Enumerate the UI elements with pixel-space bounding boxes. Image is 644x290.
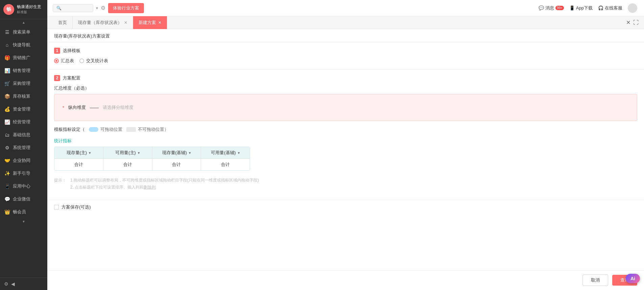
stats-cell-1: 合计	[54, 159, 103, 170]
sidebar-item-membership[interactable]: 👑 畅会员	[0, 206, 47, 218]
tab-home-label: 首页	[58, 20, 67, 26]
cross-label: 交叉统计表	[86, 58, 108, 64]
trial-button[interactable]: 体验行业方案	[108, 3, 144, 13]
dimension-box[interactable]: * 纵向维度 —— 请选择分组维度	[54, 94, 637, 121]
online-service-button[interactable]: 🎧 在线客服	[598, 5, 622, 11]
user-menu[interactable]	[628, 3, 639, 13]
stats-col-4-header[interactable]: 可用量(基辅) ▾	[201, 147, 250, 159]
sidebar-item-label: 快捷导航	[13, 42, 30, 48]
tab-inventory-label: 现存量（库存状况表）	[78, 20, 122, 26]
sidebar-item-marketing[interactable]: 🎁 营销推广	[0, 51, 47, 64]
sales-icon: 📊	[4, 68, 10, 74]
sidebar-item-business[interactable]: 📈 经营管理	[0, 116, 47, 128]
business-icon: 📈	[4, 119, 10, 125]
tab-new-plan-close[interactable]: ✕	[158, 20, 162, 25]
topbar-chevron-icon[interactable]: ▾	[96, 6, 98, 10]
sidebar-item-label: 企业微信	[13, 196, 30, 202]
tab-new-plan-label: 新建方案	[139, 20, 156, 26]
vertical-dimension-label: 纵向维度	[68, 104, 86, 111]
tab-bar-right: ✕ ⛶	[626, 19, 639, 26]
summary-radio[interactable]	[54, 58, 59, 63]
sidebar-item-quick-nav[interactable]: ⌂ 快捷导航	[0, 39, 47, 51]
sidebar-item-label: 基础信息	[13, 132, 30, 138]
stats-data-row: 合计 合计 合计 合计	[54, 159, 250, 170]
sidebar-item-sales[interactable]: 📊 销售管理	[0, 64, 47, 77]
stats-header-row: 现存量(主) ▾ 可用量(主) ▾ 现存量(基辅) ▾	[54, 147, 250, 159]
stats-cell-2: 合计	[103, 159, 152, 170]
stats-col-4-label: 可用量(基辅)	[211, 150, 236, 156]
message-badge: 99+	[555, 6, 564, 10]
app-download-label: App下载	[576, 5, 593, 11]
stats-col-3-chevron[interactable]: ▾	[189, 151, 191, 155]
sidebar-item-search-menu[interactable]: ☰ 搜索菜单	[0, 26, 47, 39]
stats-cell-4: 合计	[201, 159, 250, 170]
sidebar-item-label: 企业协同	[13, 158, 30, 164]
stats-col-2-chevron[interactable]: ▾	[138, 151, 140, 155]
stats-col-4-chevron[interactable]: ▾	[238, 151, 240, 155]
message-icon: 💬	[539, 5, 544, 10]
cross-radio[interactable]	[79, 58, 84, 63]
app-download-button[interactable]: 📱 App下载	[569, 5, 593, 11]
sidebar-item-system[interactable]: ⚙ 系统管理	[0, 141, 47, 154]
stats-col-2-header[interactable]: 可用量(主) ▾	[103, 147, 152, 159]
content-area: 现存量(库存状况表)方案设置 1 选择模板 汇总表 交叉统计表 2	[47, 29, 644, 270]
topbar-gear-icon[interactable]: ⚙	[101, 5, 105, 11]
tab-bar-expand-button[interactable]: ⛶	[633, 20, 639, 26]
sidebar-item-label: 畅会员	[13, 209, 26, 215]
drag-color-swatch	[89, 127, 98, 132]
tab-home[interactable]: 首页	[53, 16, 73, 29]
stats-col-3-label: 现存量(基辅)	[162, 150, 187, 156]
sidebar-item-new-guide[interactable]: ✨ 新手引导	[0, 167, 47, 180]
save-checkbox[interactable]	[54, 205, 59, 210]
system-icon: ⚙	[4, 145, 10, 151]
sidebar-item-app-center[interactable]: 📱 应用中心	[0, 180, 47, 193]
summary-label: 汇总表	[61, 58, 74, 64]
service-label: 在线客服	[605, 5, 622, 11]
collapse-icon[interactable]: ◀	[11, 281, 15, 287]
step1-badge: 1	[54, 48, 60, 54]
stats-col-3-header[interactable]: 现存量(基辅) ▾	[152, 147, 201, 159]
template-summary-option[interactable]: 汇总表	[54, 58, 74, 64]
quick-nav-icon: ⌂	[4, 42, 10, 48]
message-button[interactable]: 💬 消息 99+	[539, 5, 564, 11]
sidebar-scroll-down[interactable]: ▼	[0, 218, 47, 225]
sidebar-item-inventory[interactable]: 📦 库存核算	[0, 90, 47, 103]
sidebar-item-basic-info[interactable]: 🗂 基础信息	[0, 128, 47, 141]
required-star: *	[63, 105, 64, 110]
tab-new-plan[interactable]: 新建方案 ✕	[133, 16, 167, 29]
sidebar-item-purchase[interactable]: 🛒 采购管理	[0, 77, 47, 90]
drag-label: 可拖动位置	[100, 126, 122, 132]
stats-col-2-label: 可用量(主)	[115, 150, 136, 156]
step1-section: 1 选择模板 汇总表 交叉统计表	[47, 42, 644, 70]
ai-badge[interactable]: Ai	[626, 274, 640, 283]
sidebar-scroll-up[interactable]: ▲	[0, 19, 47, 26]
inventory-icon: 📦	[4, 93, 10, 99]
sidebar-item-label: 销售管理	[13, 68, 30, 74]
footer: 取消 查询	[47, 270, 644, 290]
search-icon: 🔍	[56, 6, 61, 10]
tab-inventory-close[interactable]: ✕	[124, 20, 127, 25]
tip-2: 2. 点击标题栏下拉可设置排序、插入列和删除列	[54, 185, 637, 190]
nodrag-indicator: 不可拖动位置）	[126, 126, 169, 132]
stats-col-1-chevron[interactable]: ▾	[89, 151, 91, 155]
save-option-label: 方案保存(可选)	[61, 204, 91, 210]
marketing-icon: 🎁	[4, 55, 10, 61]
topbar-search-box[interactable]: 🔍	[53, 4, 93, 12]
topbar-right: 💬 消息 99+ 📱 App下载 🎧 在线客服	[539, 3, 639, 13]
settings-icon[interactable]: ⚙	[4, 281, 8, 287]
step1-label: 选择模板	[63, 48, 80, 54]
cancel-button[interactable]: 取消	[583, 274, 608, 286]
tab-inventory[interactable]: 现存量（库存状况表） ✕	[73, 16, 133, 29]
sidebar-item-cooperation[interactable]: 🤝 企业协同	[0, 154, 47, 167]
stats-col-1-header[interactable]: 现存量(主) ▾	[54, 147, 103, 159]
tab-bar-close-button[interactable]: ✕	[626, 19, 630, 26]
sidebar-item-finance[interactable]: 💰 资金管理	[0, 103, 47, 116]
sidebar: 畅 畅康通好生意 标准版 ▲ ☰ 搜索菜单 ⌂ 快捷导航 🎁 营销推广 📊 销售…	[0, 0, 47, 290]
search-menu-icon: ☰	[4, 29, 10, 35]
app-icon: 📱	[569, 5, 575, 10]
headset-icon: 🎧	[598, 5, 603, 10]
sidebar-item-wechat[interactable]: 💬 企业微信	[0, 193, 47, 206]
sidebar-item-label: 库存核算	[13, 93, 30, 99]
wechat-icon: 💬	[4, 196, 10, 202]
template-cross-option[interactable]: 交叉统计表	[79, 58, 108, 64]
